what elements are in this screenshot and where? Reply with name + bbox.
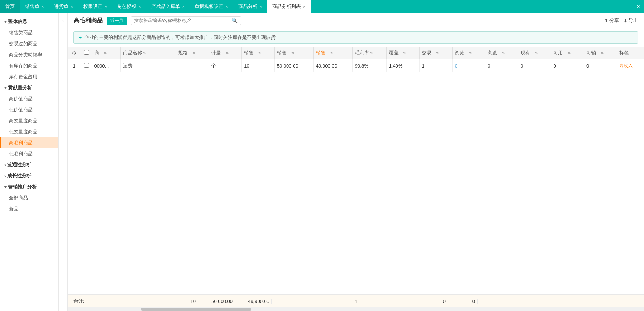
close-permissions-tab[interactable]: × xyxy=(105,4,107,9)
cell-browse1[interactable]: 0 xyxy=(452,59,485,72)
col-name[interactable]: 商品名称 ⇅ xyxy=(121,47,176,59)
nav-roles[interactable]: 角色授权 × xyxy=(112,0,146,13)
cell-index: 1 xyxy=(68,59,81,72)
sidebar-item-sales-goods[interactable]: 销售类商品 xyxy=(0,27,58,38)
cell-tag: 高收入 xyxy=(617,59,644,72)
col-unit[interactable]: 计量... ⇅ xyxy=(209,47,242,59)
col-sale-stock[interactable]: 可销... ⇅ xyxy=(584,47,617,59)
sidebar-item-in-stock[interactable]: 有库存的商品 xyxy=(0,60,58,71)
sidebar-group-marketing[interactable]: ▾ 营销推广分析 xyxy=(0,181,58,192)
col-gross-rate[interactable]: 毛利率 ⇅ xyxy=(352,47,386,59)
share-btn[interactable]: ⬆ 分享 xyxy=(604,17,619,24)
sidebar-item-high-margin[interactable]: 高毛利商品 xyxy=(0,137,58,148)
footer-sale-amount: 50,000.00 xyxy=(198,299,235,304)
data-table: ⚙ 商... ⇅ 商品名称 xyxy=(68,47,644,72)
table-header-row: ⚙ 商... ⇅ 商品名称 xyxy=(68,47,644,59)
sidebar-item-high-value[interactable]: 高价值商品 xyxy=(0,93,58,104)
col-checkbox xyxy=(81,47,92,59)
cell-trade-count: 1 xyxy=(420,59,453,72)
cell-current-stock: 0 xyxy=(518,59,551,72)
close-all-tabs[interactable]: × xyxy=(637,3,640,10)
sidebar-item-low-margin[interactable]: 低毛利商品 xyxy=(0,148,58,159)
nav-product-analysis[interactable]: 商品分析 × xyxy=(233,0,267,13)
cell-gross-rate: 99.8% xyxy=(352,59,386,72)
cell-unit: 个 xyxy=(209,59,242,72)
col-settings[interactable]: ⚙ xyxy=(68,47,81,59)
arrow-marketing: ▾ xyxy=(4,185,7,189)
search-box: 🔍 xyxy=(131,16,241,25)
search-input[interactable] xyxy=(134,18,230,23)
sidebar-item-traded-goods[interactable]: 交易过的商品 xyxy=(0,38,58,49)
col-avail-stock[interactable]: 可用... ⇅ xyxy=(551,47,584,59)
horizontal-scrollbar[interactable] xyxy=(68,307,644,311)
footer-sale-profit: 49,900.00 xyxy=(235,299,272,304)
col-sale-profit[interactable]: 销售... ⇅ xyxy=(313,47,352,59)
close-product-instock-tab[interactable]: × xyxy=(182,4,184,9)
nav-product-analysis-list[interactable]: 商品分析列表 × xyxy=(267,0,310,13)
export-btn[interactable]: ⬇ 导出 xyxy=(623,17,638,24)
sidebar-group-overall[interactable]: ▾ 整体信息 xyxy=(0,16,58,27)
close-product-analysis-tab[interactable]: × xyxy=(260,4,262,9)
sidebar-item-new-goods[interactable]: 新品 xyxy=(0,203,58,214)
nav-product-instock[interactable]: 产成品入库单 × xyxy=(146,0,190,13)
cell-name: 运费 xyxy=(121,59,176,72)
col-sale-qty[interactable]: 销售... ⇅ xyxy=(242,47,275,59)
close-purchase-tab[interactable]: × xyxy=(71,4,73,9)
col-sale-amount[interactable]: 销售... ⇅ xyxy=(274,47,313,59)
share-icon: ⬆ xyxy=(604,18,608,23)
close-roles-tab[interactable]: × xyxy=(138,4,141,9)
col-cover-rate[interactable]: 覆盖... ⇅ xyxy=(386,47,420,59)
select-all-checkbox[interactable] xyxy=(84,50,89,55)
sidebar-item-low-value[interactable]: 低价值商品 xyxy=(0,104,58,115)
sidebar-item-low-demand[interactable]: 低要量度商品 xyxy=(0,126,58,137)
sidebar-item-category-rate[interactable]: 商品分类助销率 xyxy=(0,49,58,60)
search-icon[interactable]: 🔍 xyxy=(231,18,238,23)
col-browse1[interactable]: 浏览... ⇅ xyxy=(452,47,485,59)
cell-checkbox xyxy=(81,59,92,72)
export-icon: ⬇ xyxy=(623,18,627,23)
nav-sales[interactable]: 销售单 × xyxy=(20,0,49,13)
close-sales-tab[interactable]: × xyxy=(42,4,44,9)
main-area: ▾ 整体信息 销售类商品 交易过的商品 商品分类助销率 有库存的商品 库存资金占… xyxy=(0,13,644,311)
row-checkbox[interactable] xyxy=(84,63,89,68)
table-row: 1 0000... 运费 xyxy=(68,59,644,72)
col-code[interactable]: 商... ⇅ xyxy=(92,47,121,59)
nav-purchase[interactable]: 进货单 × xyxy=(49,0,78,13)
right-actions: ⬆ 分享 ⬇ 导出 xyxy=(604,17,638,24)
footer-bar: 合计: 10 50,000.00 49,900.00 1 0 0 xyxy=(68,294,644,307)
content-panel: 高毛利商品 近一月 🔍 ⬆ 分享 ⬇ 导出 ✦ 企业的主要的利润都是这部分商品创… xyxy=(68,13,644,311)
footer-sale-qty: 10 xyxy=(169,299,198,304)
cell-sale-profit: 49,900.00 xyxy=(313,59,352,72)
arrow-overall: ▾ xyxy=(4,19,7,24)
total-label: 合计: xyxy=(73,298,96,304)
sidebar-group-liquidity[interactable]: › 流通性分析 xyxy=(0,159,58,170)
collapse-sidebar-btn[interactable]: ‹‹ xyxy=(59,13,68,311)
sidebar-item-stock-capital[interactable]: 库存资金占用 xyxy=(0,71,58,82)
cell-avail-stock: 0 xyxy=(551,59,584,72)
settings-icon[interactable]: ⚙ xyxy=(72,50,76,56)
nav-home[interactable]: 首页 xyxy=(0,0,20,13)
table-container[interactable]: ⚙ 商... ⇅ 商品名称 xyxy=(68,47,644,294)
cell-spec xyxy=(176,59,209,72)
footer-current-stock: 0 xyxy=(419,299,448,304)
alert-banner: ✦ 企业的主要的利润都是这部分商品创造的，可考虑加大推广，同时关注库存是不要出现… xyxy=(73,31,638,44)
sidebar-group-growth[interactable]: › 成长性分析 xyxy=(0,170,58,181)
col-tag[interactable]: 标签 xyxy=(617,47,644,59)
arrow-growth: › xyxy=(4,174,6,178)
nav-template-settings[interactable]: 单据模板设置 × xyxy=(190,0,233,13)
filter-month-btn[interactable]: 近一月 xyxy=(107,17,127,25)
col-trade-count[interactable]: 交易... ⇅ xyxy=(420,47,453,59)
scrollbar-thumb[interactable] xyxy=(141,308,251,311)
col-spec[interactable]: 规格... ⇅ xyxy=(176,47,209,59)
close-product-analysis-list-tab[interactable]: × xyxy=(303,4,305,9)
sidebar-item-high-demand[interactable]: 高要量度商品 xyxy=(0,115,58,126)
footer-trade-count: 1 xyxy=(331,299,360,304)
arrow-contribution: ▾ xyxy=(4,86,7,90)
nav-permissions[interactable]: 权限设置 × xyxy=(78,0,112,13)
col-current-stock[interactable]: 现有... ⇅ xyxy=(518,47,551,59)
col-browse2[interactable]: 浏览... ⇅ xyxy=(485,47,518,59)
sidebar-item-all-goods[interactable]: 全部商品 xyxy=(0,192,58,203)
close-template-settings-tab[interactable]: × xyxy=(226,4,228,9)
sidebar-group-contribution[interactable]: ▾ 贡献量分析 xyxy=(0,82,58,93)
cell-cover-rate: 1.49% xyxy=(386,59,420,72)
